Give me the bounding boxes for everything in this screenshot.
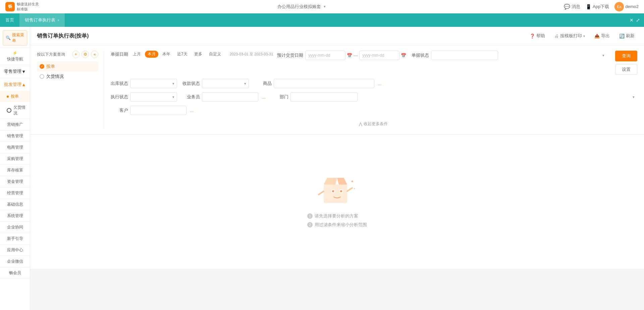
help-button[interactable]: ❓ 帮助: [527, 32, 548, 40]
calendar-end-icon[interactable]: 📅: [401, 53, 406, 58]
customer-input[interactable]: [130, 106, 186, 115]
expected-date-end-input[interactable]: [359, 51, 399, 60]
scheme-item-debt[interactable]: 欠货情况: [37, 71, 98, 82]
sidebar-item-quicknav[interactable]: ⚡ 快捷导航: [0, 48, 30, 65]
scheme-add-button[interactable]: +: [72, 51, 79, 58]
sidebar-section-appcenter: 应用中心: [0, 245, 30, 256]
collapse-filter-button[interactable]: ⋀ 收起更多条件: [109, 119, 637, 129]
filter-row-4: 客户 ...: [109, 106, 637, 115]
date-separator: —: [354, 53, 358, 58]
out-status-select[interactable]: [130, 79, 177, 88]
date-tab-thisyear[interactable]: 本年: [160, 51, 173, 58]
top-bar-left: 畅 畅捷送好生意 标准版: [5, 2, 39, 11]
scheme-item-press-order[interactable]: ✓ 按单: [37, 61, 98, 71]
date-tab-lastmonth[interactable]: 上月: [130, 51, 144, 58]
svg-point-3: [332, 190, 334, 192]
filter-field-execstatus: 执行状态: [109, 92, 177, 102]
sidebar-item-ent-wechat[interactable]: 企业微信: [0, 256, 30, 267]
empty-state-container: ✦ ✦ 1 请先选择要分析的方案 2 用过滤条件来缩小分析范围: [30, 135, 644, 269]
wholesale-collapse-icon: ▲: [21, 82, 26, 87]
sidebar-item-inventory[interactable]: 库存核算: [0, 165, 30, 176]
sidebar-item-debt[interactable]: 欠货情况: [0, 102, 30, 119]
page-title: 销售订单执行表(按单): [37, 33, 89, 40]
customer-more-icon[interactable]: ...: [190, 108, 194, 113]
date-tab-thismonth[interactable]: 本月: [145, 51, 158, 58]
breadcrumb-arrow-icon[interactable]: ▾: [324, 4, 326, 9]
date-tab-7days[interactable]: 近7天: [174, 51, 190, 58]
sidebar-wholesale-header[interactable]: 批发管理 ▲: [0, 78, 30, 91]
sidebar-section-newbie: 新手引导: [0, 233, 30, 245]
sidebar-item-member[interactable]: 畅会员: [0, 267, 30, 278]
sidebar-item-finance[interactable]: 资金管理: [0, 176, 30, 187]
sidebar: 🔍 搜索菜单 ⚡ 快捷导航 零售管理 ▼ 批发管理 ▲ 按单: [0, 27, 30, 310]
filter-fields: 单据日期 上月 本月 本年 近7天 更多 自定义 2023-03-01 至 20…: [109, 51, 637, 129]
sidebar-item-purchase[interactable]: 采购管理: [0, 153, 30, 164]
export-button[interactable]: 📤 导出: [592, 32, 612, 40]
date-range-display: 2023-03-01 至 2023-03-31: [230, 52, 273, 57]
salesperson-more-icon[interactable]: ...: [262, 94, 266, 100]
refresh-button[interactable]: 🔄 刷新: [616, 32, 637, 40]
content-area: 销售订单执行表(按单) ❓ 帮助 🖨 按模板打印 ▾ 📤 导出 🔄 刷新: [30, 27, 644, 310]
debt-circle-icon: [7, 108, 11, 113]
scheme-icons: + ⚙ «: [72, 51, 98, 58]
sidebar-item-basicinfo[interactable]: 基础信息: [0, 199, 30, 210]
sidebar-item-sales[interactable]: 销售管理: [0, 131, 30, 142]
sidebar-item-ecommerce[interactable]: 电商管理: [0, 142, 30, 153]
tab-close-icon[interactable]: ×: [57, 18, 59, 22]
scheme-settings-button[interactable]: ⚙: [82, 51, 89, 58]
date-tab-more[interactable]: 更多: [192, 51, 205, 58]
page-header-actions: ❓ 帮助 🖨 按模板打印 ▾ 📤 导出 🔄 刷新: [527, 32, 637, 40]
dept-select[interactable]: [290, 92, 358, 102]
svg-text:✦: ✦: [351, 179, 354, 184]
sidebar-search-button[interactable]: 🔍 搜索菜单: [3, 30, 27, 46]
sidebar-section-inventory: 库存核算: [0, 165, 30, 176]
message-icon: 💬: [564, 4, 570, 10]
salesperson-input[interactable]: [202, 92, 258, 102]
sidebar-item-operations[interactable]: 经营管理: [0, 188, 30, 199]
exec-status-select[interactable]: [130, 92, 177, 102]
sidebar-retail-header[interactable]: 零售管理 ▼: [0, 65, 30, 78]
empty-tips: 1 请先选择要分析的方案 2 用过滤条件来缩小分析范围: [307, 213, 367, 230]
help-icon: ❓: [530, 34, 535, 39]
svg-text:✦: ✦: [353, 187, 356, 190]
user-menu-button[interactable]: Ea demo2: [614, 2, 639, 11]
doc-status-select-wrapper: [431, 51, 607, 60]
goods-more-icon[interactable]: ...: [378, 81, 382, 86]
doc-status-select[interactable]: [431, 51, 498, 60]
tab-home[interactable]: 首页: [0, 13, 19, 27]
filter-field-customer: 客户 ...: [109, 106, 194, 115]
print-icon: 🖨: [554, 34, 559, 39]
receipt-status-select[interactable]: [202, 79, 249, 88]
tab-sales-order[interactable]: 销售订单执行表 ×: [19, 13, 65, 27]
receipt-status-select-wrapper: [202, 79, 249, 88]
search-button[interactable]: 查询: [615, 51, 637, 61]
tab-maximize-icon[interactable]: ⤢: [636, 17, 640, 23]
press-order-dot-icon: [7, 96, 9, 98]
empty-state: ✦ ✦ 1 请先选择要分析的方案 2 用过滤条件来缩小分析范围: [301, 146, 374, 257]
print-button[interactable]: 🖨 按模板打印 ▾: [552, 32, 588, 40]
sidebar-section-marketing: 营销推广: [0, 119, 30, 131]
sidebar-item-marketing[interactable]: 营销推广: [0, 119, 30, 130]
scheme-circle-icon: [40, 74, 44, 79]
print-arrow-icon: ▾: [583, 34, 585, 38]
sidebar-item-enterprise[interactable]: 企业协同: [0, 222, 30, 233]
set-button[interactable]: 设置: [615, 64, 637, 75]
sidebar-item-appcenter[interactable]: 应用中心: [0, 245, 30, 256]
sidebar-item-newbie[interactable]: 新手引导: [0, 233, 30, 244]
refresh-icon: 🔄: [619, 34, 625, 39]
expected-date-start-input[interactable]: [305, 51, 345, 60]
tab-close-window-icon[interactable]: ×: [630, 17, 633, 23]
calendar-start-icon[interactable]: 📅: [347, 53, 352, 58]
logo-icon: 畅: [5, 2, 15, 11]
sidebar-item-press-order[interactable]: 按单: [0, 91, 30, 102]
message-button[interactable]: 💬 消息: [564, 4, 580, 10]
exec-status-label: 执行状态: [109, 94, 128, 100]
date-tab-custom[interactable]: 自定义: [206, 51, 224, 58]
goods-input[interactable]: [274, 79, 374, 88]
top-bar: 畅 畅捷送好生意 标准版 办公用品行业模拟账套 ▾ 💬 消息 📱 App下载 E…: [0, 0, 644, 13]
app-download-button[interactable]: 📱 App下载: [586, 4, 609, 10]
exec-status-select-wrapper: [130, 92, 177, 102]
scheme-collapse-button[interactable]: «: [91, 51, 98, 58]
filter-field-receiptstatus: 收款状态: [181, 79, 249, 88]
sidebar-item-system[interactable]: 系统管理: [0, 210, 30, 221]
